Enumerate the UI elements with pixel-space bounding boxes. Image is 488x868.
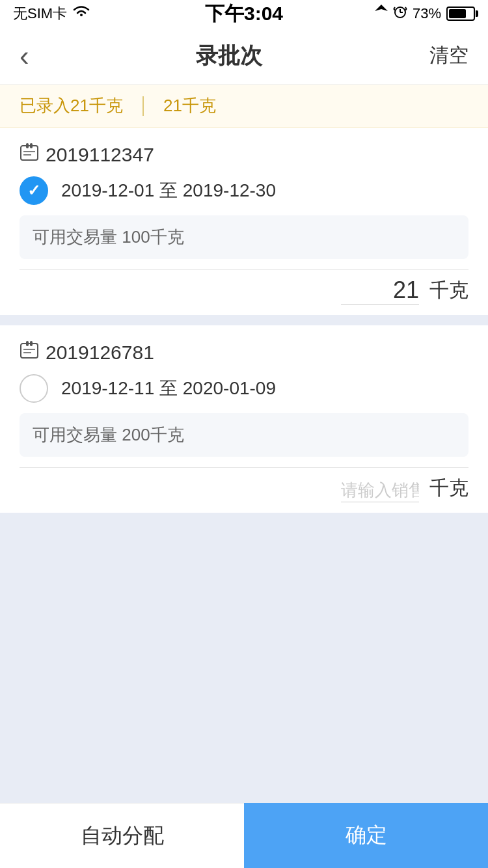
carrier-text: 无SIM卡	[13, 4, 67, 23]
content-area: 2019112347 2019-12-01 至 2019-12-30 可用交易量…	[0, 128, 488, 803]
batch-1-date: 2019-12-01 至 2019-12-30	[61, 178, 276, 203]
batch-2-header: 2019126781	[0, 325, 488, 369]
battery-percent: 73%	[413, 5, 441, 22]
svg-rect-3	[21, 146, 38, 160]
back-button[interactable]: ‹	[20, 40, 29, 72]
svg-rect-8	[21, 344, 38, 358]
batch-2-id: 2019126781	[46, 342, 154, 364]
batch-1-quantity-input[interactable]	[341, 277, 419, 305]
batch-2-quantity-row: 千克	[0, 468, 488, 513]
svg-rect-5	[30, 143, 33, 148]
status-left: 无SIM卡	[13, 4, 90, 23]
svg-rect-9	[26, 341, 29, 346]
batch-card-2: 2019126781 2019-12-11 至 2020-01-09 可用交易量…	[0, 325, 488, 513]
batch-2-quantity-input[interactable]	[341, 474, 419, 502]
info-divider	[142, 96, 144, 116]
section-separator-1	[0, 315, 488, 325]
info-value: 21千克	[163, 94, 216, 117]
batch-1-radio[interactable]	[20, 176, 48, 205]
info-bar: 已录入21千克 21千克	[0, 85, 488, 128]
status-bar: 无SIM卡 下午3:04	[0, 0, 488, 27]
alarm-icon	[393, 5, 407, 23]
batch-2-date: 2019-12-11 至 2020-01-09	[61, 376, 276, 401]
svg-rect-4	[26, 143, 29, 148]
clear-button[interactable]: 清空	[429, 42, 468, 69]
confirm-button[interactable]: 确定	[244, 803, 488, 868]
svg-rect-10	[30, 341, 33, 346]
batch-2-radio[interactable]	[20, 374, 48, 403]
batch-2-date-row: 2019-12-11 至 2020-01-09	[0, 369, 488, 411]
status-time: 下午3:04	[205, 1, 283, 27]
wifi-icon	[72, 5, 90, 23]
batch-1-unit: 千克	[429, 277, 468, 304]
location-icon	[375, 5, 388, 23]
batch-1-icon	[20, 143, 39, 166]
batch-2-unit: 千克	[429, 475, 468, 502]
info-label: 已录入21千克	[20, 94, 123, 117]
batch-1-header: 2019112347	[0, 128, 488, 171]
batch-1-id: 2019112347	[46, 144, 154, 166]
auto-distribute-button[interactable]: 自动分配	[0, 803, 244, 868]
section-separator-2	[0, 513, 488, 523]
battery-icon	[446, 7, 475, 21]
header: ‹ 录批次 清空	[0, 27, 488, 85]
batch-2-icon	[20, 341, 39, 364]
batch-1-quantity-row: 千克	[0, 270, 488, 315]
page-title: 录批次	[196, 41, 262, 71]
footer: 自动分配 确定	[0, 803, 488, 868]
batch-1-avail: 可用交易量 100千克	[20, 215, 468, 259]
batch-2-avail: 可用交易量 200千克	[20, 413, 468, 457]
batch-card-1: 2019112347 2019-12-01 至 2019-12-30 可用交易量…	[0, 128, 488, 315]
batch-1-date-row: 2019-12-01 至 2019-12-30	[0, 171, 488, 213]
status-right: 73%	[375, 5, 475, 23]
fill-background	[0, 523, 488, 803]
